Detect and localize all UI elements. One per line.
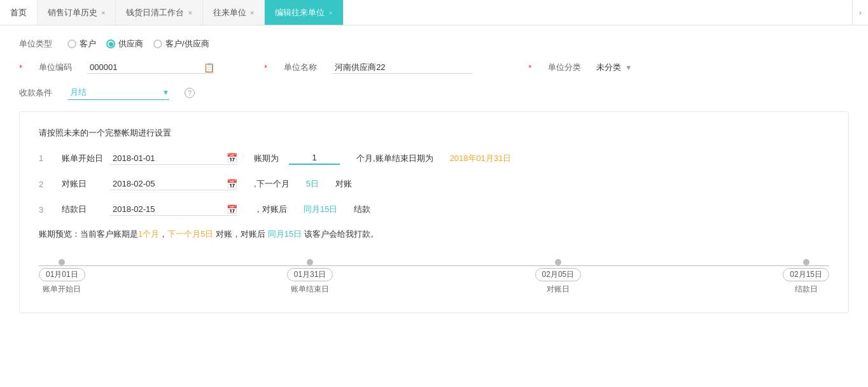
timeline-wrapper: 01月01日 账单开始日 01月31日 账单结束日 02月05日 对账日 — [39, 259, 829, 297]
timeline-point-2: 02月05日 对账日 — [535, 259, 582, 295]
tab-edit-partner[interactable]: 编辑往来单位 × — [265, 0, 343, 25]
date-input-1[interactable] — [110, 152, 223, 164]
settings-row-2: 2 对账日 📅 ,下一个月5日 对账 — [39, 178, 829, 190]
radio-customer[interactable]: 客户 — [67, 38, 96, 50]
preview-middle2: 对账，对账后 — [213, 229, 267, 239]
period-end-date: 2018年01月31日 — [450, 153, 512, 164]
radio-both-label: 客户/供应商 — [165, 38, 209, 50]
category-required: * — [528, 63, 531, 73]
timeline-label-3: 结款日 — [795, 284, 818, 295]
name-required: * — [264, 63, 267, 73]
radio-supplier-circle — [106, 39, 115, 48]
date-input-1-wrapper: 📅 — [110, 152, 237, 165]
timeline-label-0: 账单开始日 — [43, 284, 81, 295]
timeline-date-1: 01月31日 — [287, 268, 333, 281]
row3-prefix: ，对账后 — [254, 204, 287, 215]
radio-supplier-label: 供应商 — [118, 38, 143, 50]
name-label: 单位名称 — [284, 62, 317, 73]
tab-home[interactable]: 首页 — [0, 0, 38, 25]
payment-value: 月结 — [67, 85, 158, 99]
category-select[interactable]: 未分类 ▼ — [596, 62, 632, 73]
tab-partner-close[interactable]: × — [250, 9, 254, 17]
settings-title: 请按照未来的一个完整帐期进行设置 — [39, 127, 829, 139]
code-name-row: * 单位编码 📋 * 单位名称 * 单位分类 未分类 ▼ — [19, 61, 849, 74]
payment-select[interactable]: 月结 ▼ — [67, 85, 169, 100]
timeline-point-3: 02月15日 结款日 — [783, 259, 829, 295]
tab-partner[interactable]: 往来单位 × — [203, 0, 265, 25]
payment-dropdown-icon: ▼ — [162, 88, 169, 96]
tab-more-button[interactable]: › — [852, 0, 868, 25]
timeline-point-0: 01月01日 账单开始日 — [39, 259, 85, 295]
preview-section: 账期预览：当前客户账期是1个月，下一个月5日 对账，对账后 同月15日 该客户会… — [39, 229, 829, 297]
timeline-dot-2 — [555, 259, 561, 265]
preview-part1: 1个月 — [138, 229, 159, 239]
timeline-dot-0 — [59, 259, 65, 265]
preview-part3: 同月15日 — [268, 229, 302, 239]
period-unit: 个月,账单结束日期为 — [356, 153, 433, 164]
row-num-3: 3 — [39, 205, 52, 215]
timeline-dot-3 — [803, 259, 809, 265]
preview-suffix: 该客户会给我打款。 — [302, 229, 379, 239]
preview-part2: 下一个月5日 — [167, 229, 213, 239]
row3-suffix: 结款 — [354, 204, 370, 215]
tab-edit-partner-close[interactable]: × — [328, 9, 332, 17]
radio-supplier[interactable]: 供应商 — [106, 38, 143, 50]
row-field-2: 对账日 — [62, 178, 100, 190]
timeline-date-3: 02月15日 — [783, 268, 829, 281]
timeline-date-2: 02月05日 — [535, 268, 582, 281]
tab-cash-work-label: 钱货日清工作台 — [126, 7, 184, 18]
date-input-3-wrapper: 📅 — [110, 203, 237, 216]
code-label: 单位编码 — [39, 62, 72, 73]
radio-customer-circle — [67, 39, 76, 48]
tab-edit-partner-label: 编辑往来单位 — [275, 7, 325, 18]
category-label: 单位分类 — [548, 62, 581, 73]
preview-middle1: ， — [159, 229, 167, 239]
row-num-2: 2 — [39, 179, 52, 189]
row3-day: 同月15日 — [304, 204, 337, 215]
date-input-2[interactable] — [110, 178, 223, 190]
timeline-points: 01月01日 账单开始日 01月31日 账单结束日 02月05日 对账日 — [39, 259, 829, 295]
radio-customer-label: 客户 — [80, 38, 96, 50]
date-input-3[interactable] — [110, 203, 223, 215]
payment-row: 收款条件 月结 ▼ ? — [19, 85, 849, 100]
period-prefix: 账期为 — [254, 153, 279, 164]
code-input[interactable] — [87, 61, 200, 73]
row-field-3: 结款日 — [62, 204, 100, 215]
unit-type-row: 单位类型 客户 供应商 客户/供应商 — [19, 38, 849, 50]
tab-sales-history-close[interactable]: × — [101, 9, 105, 17]
settings-row-3: 3 结款日 📅 ，对账后 同月15日 结款 — [39, 203, 829, 216]
timeline-point-1: 01月31日 账单结束日 — [287, 259, 333, 295]
row-num-1: 1 — [39, 153, 52, 163]
preview-text-1: 账期预览：当前客户账期是 — [39, 229, 138, 239]
unit-type-label: 单位类型 — [19, 38, 52, 50]
code-required: * — [19, 63, 22, 73]
row2-day: 5日 — [306, 178, 319, 190]
timeline-label-1: 账单结束日 — [291, 284, 329, 295]
cal-icon-2[interactable]: 📅 — [227, 179, 237, 189]
tab-sales-history[interactable]: 销售订单历史 × — [38, 0, 116, 25]
tab-partner-label: 往来单位 — [213, 7, 246, 18]
help-icon[interactable]: ? — [185, 88, 195, 98]
tab-cash-work-close[interactable]: × — [188, 9, 192, 17]
date-input-2-wrapper: 📅 — [110, 178, 237, 190]
row-field-1: 账单开始日 — [62, 153, 100, 164]
settings-panel: 请按照未来的一个完整帐期进行设置 1 账单开始日 📅 账期为 个月,账单结束日期… — [19, 111, 849, 313]
tab-sales-history-label: 销售订单历史 — [48, 7, 97, 18]
settings-row-1: 1 账单开始日 📅 账期为 个月,账单结束日期为 2018年01月31日 — [39, 151, 829, 165]
timeline-date-0: 01月01日 — [39, 268, 85, 281]
tab-bar: 首页 销售订单历史 × 钱货日清工作台 × 往来单位 × 编辑往来单位 × › — [0, 0, 868, 25]
timeline-dot-1 — [307, 259, 313, 265]
category-arrow-icon: ▼ — [625, 64, 632, 71]
radio-both-circle — [153, 39, 162, 48]
timeline-label-2: 对账日 — [547, 284, 570, 295]
name-input[interactable] — [332, 61, 472, 74]
cal-icon-3[interactable]: 📅 — [227, 204, 237, 215]
radio-both[interactable]: 客户/供应商 — [153, 38, 209, 50]
code-copy-icon[interactable]: 📋 — [204, 62, 214, 73]
category-value: 未分类 — [596, 62, 621, 73]
period-input[interactable] — [289, 151, 340, 165]
cal-icon-1[interactable]: 📅 — [227, 153, 237, 163]
tab-cash-work[interactable]: 钱货日清工作台 × — [116, 0, 202, 25]
preview-label: 账期预览：当前客户账期是1个月，下一个月5日 对账，对账后 同月15日 该客户会… — [39, 229, 829, 240]
unit-type-options: 客户 供应商 客户/供应商 — [67, 38, 209, 50]
